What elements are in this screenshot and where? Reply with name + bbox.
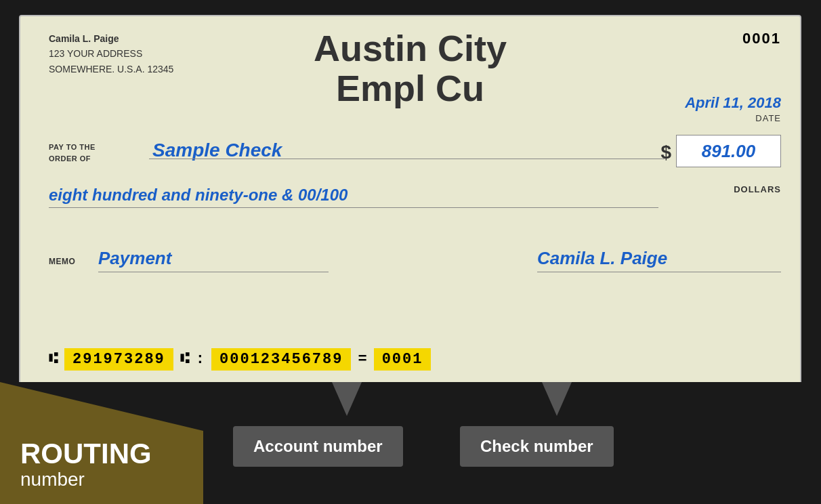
date-area: April 11, 2018 DATE xyxy=(685,94,781,123)
dollar-sign: $ xyxy=(660,142,671,163)
bank-name-line1: Austin City xyxy=(314,28,507,68)
routing-text: ROUTING number xyxy=(20,438,152,490)
pay-to-underline xyxy=(149,159,665,159)
micr-account: 000123456789 xyxy=(211,348,351,371)
number-word: number xyxy=(20,469,152,490)
written-amount: eight hundred and ninety-one & 00/100 xyxy=(49,186,658,208)
micr-line: ⑆ 291973289 ⑆ : 000123456789 = 0001 xyxy=(49,348,431,371)
micr-close-symbol: ⑆ xyxy=(180,351,189,368)
pay-to-label: PAY TO THEORDER OF xyxy=(49,142,96,164)
date-label: DATE xyxy=(685,113,781,123)
signature-value: Camila L. Paige xyxy=(537,248,781,272)
account-arrow xyxy=(332,382,362,416)
date-value: April 11, 2018 xyxy=(685,94,781,112)
check-arrow xyxy=(542,382,572,416)
memo-label: MEMO xyxy=(49,257,75,266)
routing-label-area: ROUTING number xyxy=(0,382,203,504)
payer-address2: SOMEWHERE. U.S.A. 12345 xyxy=(49,62,173,77)
account-number-label: Account number xyxy=(233,426,403,467)
micr-check-num: 0001 xyxy=(374,348,431,371)
bank-name-line2: Empl Cu xyxy=(314,68,507,108)
micr-routing: 291973289 xyxy=(64,348,173,371)
check-number-label: Check number xyxy=(460,426,614,467)
check-paper: 0001 Camila L. Paige 123 YOUR ADDRESS SO… xyxy=(19,15,801,391)
amount-box: 891.00 xyxy=(676,135,781,167)
payer-address: Camila L. Paige 123 YOUR ADDRESS SOMEWHE… xyxy=(49,31,173,77)
bank-name: Austin City Empl Cu xyxy=(314,28,507,109)
micr-open-symbol: ⑆ xyxy=(49,351,58,368)
memo-value: Payment xyxy=(98,248,329,272)
dollars-label: DOLLARS xyxy=(734,184,781,194)
bottom-bar: ROUTING number Account number Check numb… xyxy=(0,382,821,504)
micr-equals: = xyxy=(358,351,366,368)
routing-word: ROUTING xyxy=(20,438,152,469)
payer-address1: 123 YOUR ADDRESS xyxy=(49,46,173,61)
payer-name: Camila L. Paige xyxy=(49,31,173,46)
amount-value: 891.00 xyxy=(702,141,756,162)
check-number-display: 0001 xyxy=(742,30,781,47)
micr-colon: : xyxy=(196,351,205,368)
